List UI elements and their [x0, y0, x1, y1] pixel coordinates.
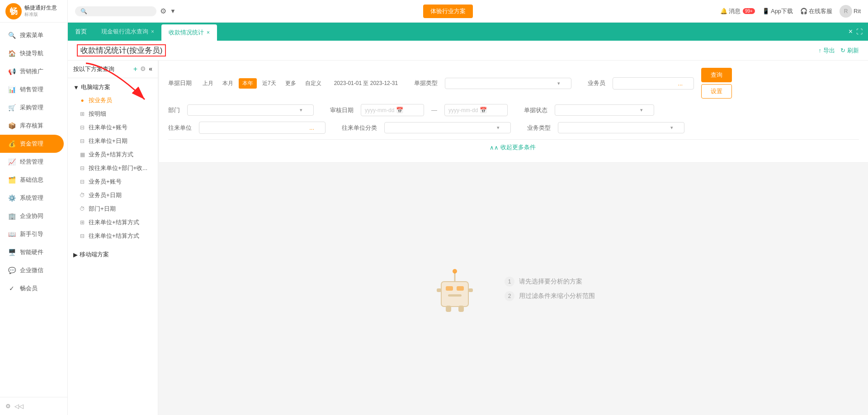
- scheme-group-mobile-title[interactable]: ▶ 移动端方案: [68, 248, 158, 261]
- scheme-item-salesperson-date[interactable]: ⏱ 业务员+日期: [68, 189, 158, 202]
- scheme-item-dept-date[interactable]: ⏱ 部门+日期: [68, 202, 158, 216]
- doc-status-select[interactable]: ▾: [555, 104, 654, 116]
- page-title-wrapper: 收款情况统计(按业务员): [77, 45, 166, 56]
- scheme-item-partner-payment1[interactable]: ⊞ 往来单位+结算方式: [68, 216, 158, 229]
- sidebar-item-operation[interactable]: 📈 经营管理: [0, 153, 67, 171]
- tab-home-label: 首页: [75, 28, 87, 36]
- calendar-end-icon[interactable]: 📅: [480, 107, 487, 113]
- search-icon: 🔍: [80, 8, 87, 14]
- date-tab-more[interactable]: 更多: [282, 78, 300, 89]
- tab-bar: 首页 现金银行流水查询 × 收款情况统计 × × ⛶: [68, 23, 868, 41]
- setting-button[interactable]: 设置: [701, 84, 732, 99]
- hardware-icon: 🖥️: [7, 248, 16, 257]
- scheme-item-label: 业务员+账号: [89, 178, 122, 186]
- tab-bank-flow-close-icon[interactable]: ×: [151, 28, 154, 35]
- sidebar-item-marketing[interactable]: 📢 营销推广: [0, 62, 67, 80]
- refresh-action[interactable]: ↻ 刷新: [840, 47, 859, 55]
- partner-more-icon[interactable]: ...: [309, 124, 314, 131]
- sidebar-item-quick-nav[interactable]: 🏠 快捷导航: [0, 44, 67, 62]
- sidebar-item-basic[interactable]: 🗂️ 基础信息: [0, 171, 67, 189]
- sidebar-item-purchase[interactable]: 🛒 采购管理: [0, 99, 67, 117]
- notification-area[interactable]: 🔔 消息 99+: [720, 7, 755, 15]
- sidebar-item-member[interactable]: ✓ 畅会员: [0, 279, 67, 297]
- salesperson-select[interactable]: ...: [613, 77, 694, 90]
- tab-collection-stat[interactable]: 收款情况统计 ×: [161, 24, 217, 41]
- salesperson-more-icon[interactable]: ...: [678, 80, 683, 87]
- doc-type-label: 单据类型: [414, 79, 438, 87]
- tab-close-all-icon[interactable]: ×: [849, 28, 853, 36]
- logo-text-area: 畅捷通好生意 标准版: [24, 5, 57, 18]
- empty-state: 1 请先选择要分析的方案 2 用过滤条件来缩小分析范围: [432, 264, 595, 315]
- scheme-item-label: 往来单位+结算方式: [89, 218, 139, 226]
- add-scheme-icon[interactable]: +: [133, 65, 137, 73]
- export-label: 导出: [823, 47, 835, 55]
- sidebar-label: 销售管理: [20, 85, 43, 94]
- sidebar-label: 快捷导航: [20, 49, 43, 57]
- scheme-item-partner-account[interactable]: ⊟ 往来单位+账号: [68, 121, 158, 134]
- scheme-item-salesperson-payment[interactable]: ▦ 业务员+结算方式: [68, 148, 158, 161]
- settings-footer-icon[interactable]: ⚙: [5, 403, 11, 410]
- doc-type-select[interactable]: ▾: [445, 78, 571, 89]
- sidebar-item-wechat[interactable]: 💬 企业微信: [0, 261, 67, 279]
- sidebar-item-finance[interactable]: 💰 资金管理: [0, 135, 64, 153]
- partner-category-label: 往来单位分类: [342, 124, 377, 132]
- sidebar-item-search-menu[interactable]: 🔍 搜索菜单: [0, 26, 67, 44]
- date-tab-this-year[interactable]: 本年: [239, 78, 257, 89]
- refresh-icon: ↻: [840, 47, 845, 54]
- audit-date-end[interactable]: yyyy-mm-dd 📅: [444, 104, 508, 116]
- date-tab-custom[interactable]: 自定义: [302, 78, 325, 89]
- online-service-area[interactable]: 🎧 在线客服: [800, 7, 832, 15]
- svg-point-7: [453, 269, 457, 274]
- partner-category-select[interactable]: ▾: [384, 122, 511, 133]
- svg-rect-0: [441, 282, 468, 307]
- topbar-search[interactable]: 🔍: [75, 6, 156, 16]
- tab-collection-stat-close-icon[interactable]: ×: [207, 29, 210, 36]
- collapse-bar[interactable]: ∧∧ 收起更多条件: [168, 139, 859, 155]
- notification-count: 99+: [743, 8, 755, 14]
- biz-type-select[interactable]: ▾: [558, 122, 684, 133]
- page-actions: ↑ 导出 ↻ 刷新: [819, 47, 859, 55]
- calendar-start-icon[interactable]: 📅: [396, 107, 403, 113]
- export-action[interactable]: ↑ 导出: [819, 47, 835, 55]
- left-panel: 按以下方案查询 + ⚙ « ▼ 电脑端方案 ● 按业务员: [68, 61, 158, 415]
- scheme-item-salesperson-account[interactable]: ⊟ 业务员+账号: [68, 175, 158, 189]
- tab-home[interactable]: 首页: [68, 23, 94, 41]
- scheme-item-by-salesperson[interactable]: ● 按业务员: [68, 94, 158, 107]
- audit-date-start[interactable]: yyyy-mm-dd 📅: [361, 104, 424, 116]
- tab-fullscreen-icon[interactable]: ⛶: [856, 28, 863, 35]
- partner-select[interactable]: ...: [199, 122, 326, 134]
- sidebar-item-guide[interactable]: 📖 新手引导: [0, 225, 67, 243]
- nav-settings-icon[interactable]: ⚙: [160, 7, 166, 15]
- sidebar-item-system[interactable]: ⚙️ 系统管理: [0, 189, 67, 207]
- scheme-group-desktop-title[interactable]: ▼ 电脑端方案: [68, 81, 158, 94]
- scheme-item-partner-payment2[interactable]: ⊟ 往来单位+结算方式: [68, 229, 158, 243]
- scheme-icon-table3: ⊟: [79, 165, 86, 172]
- scheme-item-label: 按明细: [89, 110, 106, 118]
- settings-scheme-icon[interactable]: ⚙: [140, 65, 146, 73]
- user-area[interactable]: R Rit: [840, 5, 861, 18]
- date-tab-7days[interactable]: 近7天: [259, 78, 280, 89]
- scheme-item-partner-date[interactable]: ⊟ 往来单位+日期: [68, 134, 158, 148]
- collapse-panel-icon[interactable]: «: [149, 65, 152, 73]
- collapse-footer-icon[interactable]: ◁◁: [14, 403, 24, 410]
- dept-select[interactable]: ▾: [187, 104, 314, 116]
- scheme-icon-table5: ⊟: [79, 232, 86, 240]
- audit-start-placeholder: yyyy-mm-dd: [365, 107, 394, 113]
- nav-arrow-icon[interactable]: ▼: [170, 8, 176, 14]
- sidebar-item-sales[interactable]: 📊 销售管理: [0, 80, 67, 99]
- app-download-area[interactable]: 📱 App下载: [762, 7, 793, 15]
- query-button[interactable]: 查询: [701, 68, 732, 82]
- scheme-item-partner-dept[interactable]: ⊟ 按往来单位+部门+收...: [68, 161, 158, 175]
- audit-date-label: 审核日期: [330, 106, 354, 114]
- date-tab-this-month[interactable]: 本月: [219, 78, 237, 89]
- sidebar-item-enterprise[interactable]: 🏢 企业协同: [0, 207, 67, 225]
- empty-steps: 1 请先选择要分析的方案 2 用过滤条件来缩小分析范围: [505, 277, 595, 301]
- logo-badge: 标准版: [24, 11, 57, 18]
- scheme-item-detail[interactable]: ⊞ 按明细: [68, 107, 158, 121]
- sidebar-item-inventory[interactable]: 📦 库存核算: [0, 117, 67, 135]
- demo-btn[interactable]: 体验行业方案: [423, 5, 473, 18]
- sidebar-item-hardware[interactable]: 🖥️ 智能硬件: [0, 243, 67, 261]
- page-title: 收款情况统计(按业务员): [77, 44, 166, 57]
- date-tab-last-month[interactable]: 上月: [199, 78, 217, 89]
- tab-bank-flow[interactable]: 现金银行流水查询 ×: [94, 23, 161, 41]
